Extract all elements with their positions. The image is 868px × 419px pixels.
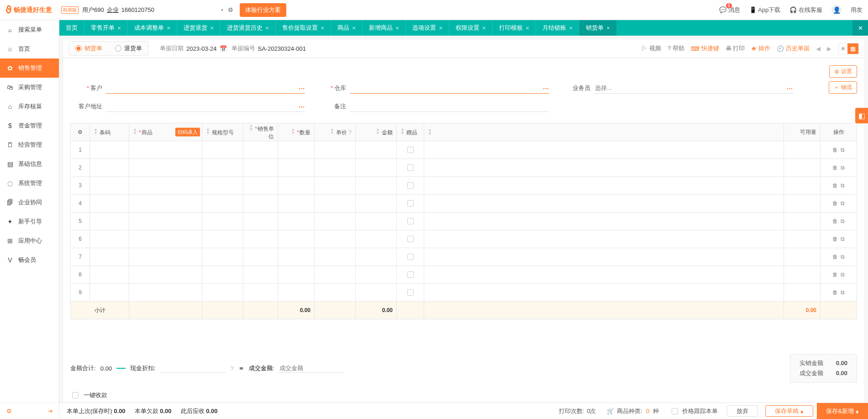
doc-date-value[interactable]: 2023-03-24 <box>186 45 217 52</box>
copy-row-icon[interactable]: ⧉ <box>841 147 845 153</box>
help-icon[interactable]: ? <box>231 365 234 372</box>
nav-tab[interactable]: 成本调整单✕ <box>127 20 177 36</box>
close-icon[interactable]: ✕ <box>569 26 573 31</box>
copy-row-icon[interactable]: ⧉ <box>841 236 845 242</box>
close-icon[interactable]: ✕ <box>321 26 324 31</box>
sidenav-item[interactable]: ✿销售管理 <box>0 58 59 78</box>
address-input[interactable] <box>106 101 305 112</box>
nav-tab[interactable]: 销货单✕ <box>579 20 616 36</box>
view-grid-icon[interactable]: ▦ <box>847 43 858 54</box>
save-and-new-button[interactable]: 保存&新增 ▴ <box>817 403 868 419</box>
gift-checkbox[interactable] <box>407 271 414 278</box>
view-list-icon[interactable]: ≡ <box>838 43 847 54</box>
close-icon[interactable]: ✕ <box>526 26 529 31</box>
messages-link[interactable]: 💬 消息 6 <box>719 6 740 14</box>
copy-row-icon[interactable]: ⧉ <box>841 289 845 296</box>
col-amount[interactable]: ▲▼金额 <box>356 123 397 141</box>
gift-checkbox[interactable] <box>407 200 414 207</box>
scan-entry-tag[interactable]: 扫码录入 <box>175 128 200 137</box>
tenant-switcher[interactable]: 用户690企业1660120750 ▾ <box>82 6 223 14</box>
table-row[interactable]: 3🗑 ⧉ <box>71 177 857 195</box>
logistics-button[interactable]: ＋ 物流 <box>829 81 857 94</box>
nav-tab[interactable]: 打印模板✕ <box>492 20 536 36</box>
tenant-link[interactable]: 企业 <box>107 6 119 14</box>
sidenav-item[interactable]: ⊞应用中心 <box>0 231 59 250</box>
delete-row-icon[interactable]: 🗑 <box>832 236 838 242</box>
salesperson-input[interactable] <box>594 83 793 94</box>
col-spare[interactable]: ▲▼ <box>424 123 784 141</box>
settings-icon[interactable]: ⚙ <box>6 408 12 414</box>
video-link[interactable]: ▷ 视频 <box>642 44 661 53</box>
table-row[interactable]: 9🗑 ⧉ <box>71 284 857 302</box>
copy-row-icon[interactable]: ⧉ <box>841 182 845 189</box>
copy-row-icon[interactable]: ⧉ <box>841 271 845 278</box>
shortcut-link[interactable]: ⌨ 快捷键 <box>691 44 719 53</box>
avatar[interactable]: 👤 <box>831 5 842 15</box>
nav-tab[interactable]: 进货退货历史✕ <box>220 20 275 36</box>
chevron-down-icon[interactable]: ▾ <box>221 7 223 12</box>
deal-amount-input[interactable] <box>279 364 344 373</box>
gift-checkbox[interactable] <box>407 254 414 260</box>
close-icon[interactable]: ✕ <box>117 26 121 31</box>
help-link[interactable]: ? 帮助 <box>668 44 684 53</box>
price-track-checkbox[interactable] <box>672 408 678 414</box>
settings-button[interactable]: ⚙ 设置 <box>829 65 857 78</box>
nav-tab[interactable]: 进货退货✕ <box>177 20 220 36</box>
close-icon[interactable]: ✕ <box>395 26 399 31</box>
address-picker[interactable]: ⋯ <box>299 103 305 110</box>
gift-checkbox[interactable] <box>407 289 414 296</box>
col-gift[interactable]: ▲▼赠品 <box>397 123 424 141</box>
delete-row-icon[interactable]: 🗑 <box>832 254 838 260</box>
nav-tab[interactable]: 月结锁账✕ <box>536 20 579 36</box>
nav-tab[interactable]: 零售开单✕ <box>84 20 127 36</box>
delete-row-icon[interactable]: 🗑 <box>832 271 838 278</box>
sidenav-item[interactable]: ▤基础信息 <box>0 154 59 174</box>
col-qty[interactable]: ▲▼*数量 <box>278 123 315 141</box>
cash-discount-input[interactable] <box>160 364 226 373</box>
copy-row-icon[interactable]: ⧉ <box>841 254 845 260</box>
discard-button[interactable]: 放弃 <box>727 405 758 417</box>
sidenav-item[interactable]: $资金管理 <box>0 116 59 135</box>
view-toggle[interactable]: ≡ ▦ <box>838 43 859 54</box>
table-row[interactable]: 1🗑 ⧉ <box>71 141 857 159</box>
support-link[interactable]: 🎧 在线客服 <box>789 6 822 14</box>
close-icon[interactable]: ✕ <box>210 26 214 31</box>
save-draft-button[interactable]: 保存草稿 ▴ <box>765 405 813 417</box>
delete-row-icon[interactable]: 🗑 <box>832 200 838 207</box>
remark-input[interactable] <box>350 101 549 112</box>
table-row[interactable]: 4🗑 ⧉ <box>71 195 857 212</box>
close-icon[interactable]: ✕ <box>352 26 356 31</box>
sidenav-item[interactable]: ⌂库存核算 <box>0 97 59 116</box>
side-expand-tab[interactable]: ◧ <box>855 108 868 123</box>
close-icon[interactable]: ✕ <box>167 26 170 31</box>
sidenav-item[interactable]: ✦新手引导 <box>0 212 59 231</box>
sidenav-item[interactable]: 🗐企业协同 <box>0 193 59 212</box>
salesperson-picker[interactable]: ⋯ <box>787 85 793 92</box>
col-unit[interactable]: ▲▼*销售单位 <box>243 123 278 141</box>
table-row[interactable]: 7🗑 ⧉ <box>71 248 857 266</box>
customer-input[interactable] <box>106 83 305 94</box>
price-track[interactable]: 价格跟踪本单 <box>664 403 723 419</box>
username[interactable]: 用友 <box>851 6 863 14</box>
close-icon[interactable]: ✕ <box>265 26 269 31</box>
doc-type-sale[interactable]: 销货单 <box>69 42 109 55</box>
ops-link[interactable]: ❖ 操作 <box>751 44 770 53</box>
sidenav-item[interactable]: V畅会员 <box>0 250 59 270</box>
delete-row-icon[interactable]: 🗑 <box>832 182 838 189</box>
print-link[interactable]: 🖶 打印 <box>726 44 745 53</box>
nav-tab[interactable]: 权限设置✕ <box>449 20 492 36</box>
col-avail[interactable]: 可用量 <box>784 123 821 141</box>
nav-tab[interactable]: 售价提取设置✕ <box>275 20 331 36</box>
col-product[interactable]: ▲▼*商品扫码录入 <box>129 123 202 141</box>
next-doc[interactable]: ▶ <box>827 45 831 52</box>
gear-icon[interactable]: ⚙ <box>228 6 233 13</box>
delete-row-icon[interactable]: 🗑 <box>832 289 838 296</box>
sidenav-item[interactable]: ⌕搜索菜单 <box>0 20 59 39</box>
warehouse-input[interactable] <box>350 83 549 94</box>
line-items-scroll[interactable]: ⚙ ▲▼条码 ▲▼*商品扫码录入 ▲▼规格型号 ▲▼*销售单位 ▲▼*数量 ▲▼… <box>63 123 864 349</box>
collapse-icon[interactable]: ⇥ <box>47 408 53 414</box>
sidenav-item[interactable]: ◌系统管理 <box>0 174 59 193</box>
delete-row-icon[interactable]: 🗑 <box>832 164 838 171</box>
app-download-link[interactable]: 📱 App下载 <box>749 6 780 14</box>
copy-row-icon[interactable]: ⧉ <box>841 164 845 171</box>
